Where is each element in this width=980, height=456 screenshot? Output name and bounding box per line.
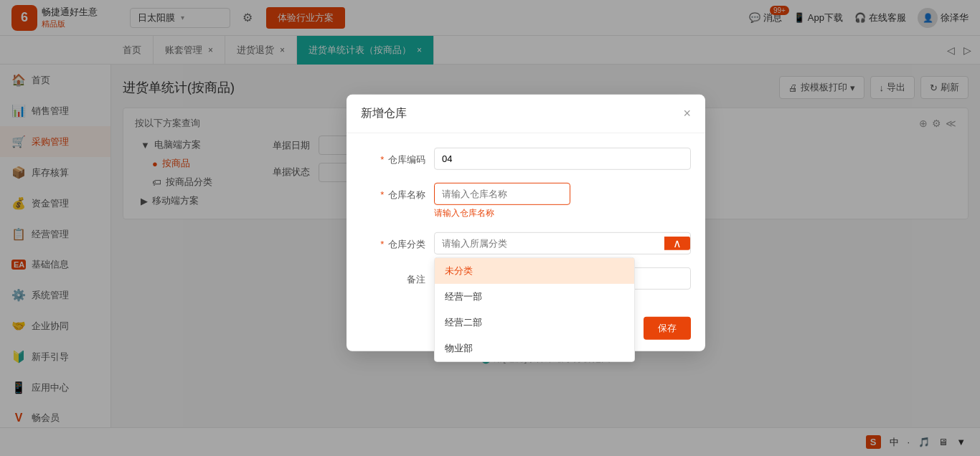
warehouse-name-input[interactable] <box>434 183 570 205</box>
category-input[interactable] <box>435 233 664 254</box>
category-chevron-icon[interactable]: ∧ <box>664 237 690 250</box>
dropdown-option-uncategorized[interactable]: 未分类 <box>435 258 634 284</box>
warehouse-category-label: * 仓库分类 <box>361 232 425 251</box>
add-warehouse-modal: 新增仓库 × * 仓库编码 * 仓库名称 请输入仓库名称 * <box>347 95 705 351</box>
warehouse-category-row: * 仓库分类 ∧ 未分类 经营一部 经营二部 物业部 <box>361 232 691 255</box>
modal-header: 新增仓库 × <box>347 95 705 133</box>
warehouse-remark-label: 备注 <box>361 267 425 286</box>
warehouse-name-field-wrapper: 请输入仓库名称 <box>434 183 691 219</box>
modal-title: 新增仓库 <box>361 106 407 121</box>
modal-close-button[interactable]: × <box>683 106 691 121</box>
warehouse-code-label: * 仓库编码 <box>361 148 425 166</box>
warehouse-name-error: 请输入仓库名称 <box>434 207 691 219</box>
modal-body: * 仓库编码 * 仓库名称 请输入仓库名称 * 仓库分类 <box>347 133 705 310</box>
warehouse-code-row: * 仓库编码 <box>361 148 691 170</box>
category-dropdown: 未分类 经营一部 经营二部 物业部 <box>434 257 635 362</box>
save-button[interactable]: 保存 <box>644 317 691 340</box>
warehouse-name-row: * 仓库名称 请输入仓库名称 <box>361 183 691 219</box>
warehouse-name-label: * 仓库名称 <box>361 183 425 201</box>
dropdown-option-dept1[interactable]: 经营一部 <box>435 284 634 310</box>
warehouse-code-input[interactable] <box>434 148 691 170</box>
dropdown-option-property[interactable]: 物业部 <box>435 336 634 361</box>
category-input-wrapper: ∧ <box>434 232 691 255</box>
dropdown-option-dept2[interactable]: 经营二部 <box>435 310 634 336</box>
